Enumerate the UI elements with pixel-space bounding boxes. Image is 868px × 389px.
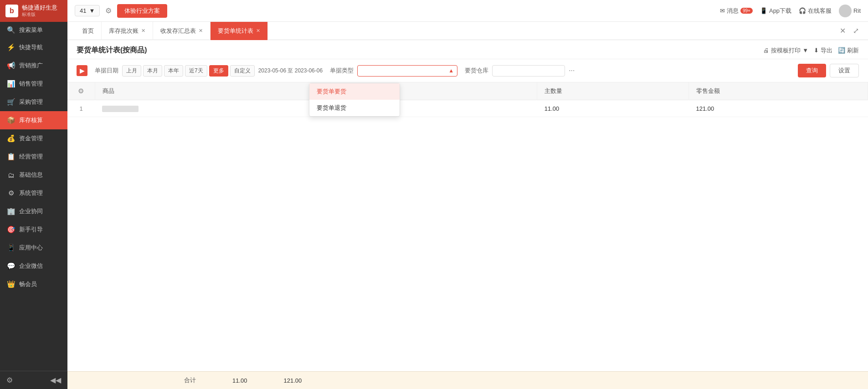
store-value: 41 bbox=[80, 7, 86, 14]
sidebar: b 畅捷通好生意 标准版 🔍 搜索菜单 ⚡ 快捷导航 📢 营销推广 📊 销售管理… bbox=[0, 0, 67, 389]
total-quantity: 11.00 bbox=[232, 377, 247, 384]
page-header: 要货单统计表(按商品) 🖨 按模板打印 ▼ ⬇ 导出 🔄 刷新 bbox=[67, 40, 868, 59]
this-year-btn[interactable]: 本年 bbox=[164, 65, 183, 77]
col-product: 商品 bbox=[95, 82, 331, 100]
settings-footer-icon[interactable]: ⚙ bbox=[6, 376, 13, 384]
filter-actions: 查询 设置 bbox=[798, 64, 859, 77]
dropdown-option-return[interactable]: 要货单退货 bbox=[309, 100, 400, 116]
type-input-wrapper: ▲ bbox=[357, 65, 457, 77]
sales-icon: 📊 bbox=[6, 79, 15, 88]
dropdown-option-purchase[interactable]: 要货单要货 bbox=[309, 83, 400, 100]
this-month-btn[interactable]: 本月 bbox=[143, 65, 162, 77]
app-name: 畅捷通好生意 bbox=[22, 4, 57, 12]
app-download-label: App下载 bbox=[769, 7, 791, 15]
date-filter-label: 单据日期 bbox=[95, 67, 118, 75]
cell-quantity: 11.00 bbox=[537, 100, 689, 117]
filter-expand-btn[interactable]: ▶ bbox=[77, 65, 87, 76]
sidebar-item-purchase[interactable]: 🛒 采购管理 bbox=[0, 93, 67, 111]
search-icon: 🔍 bbox=[6, 26, 15, 35]
sidebar-item-member[interactable]: 👑 畅会员 bbox=[0, 275, 67, 293]
sidebar-logo: b 畅捷通好生意 标准版 bbox=[0, 0, 67, 22]
tab-expand-icon[interactable]: ⤢ bbox=[851, 25, 861, 37]
product-placeholder bbox=[102, 106, 139, 112]
user-profile[interactable]: Rit bbox=[839, 5, 861, 17]
tab-receivable-summary-close[interactable]: ✕ bbox=[199, 28, 203, 34]
more-btn[interactable]: 更多 bbox=[209, 65, 228, 77]
sidebar-item-label: 企业微信 bbox=[19, 262, 43, 270]
topbar-right: ✉ 消息 99+ 📱 App下载 🎧 在线客服 Rit bbox=[720, 5, 861, 17]
warehouse-filter-input[interactable] bbox=[492, 65, 565, 77]
print-action[interactable]: 🖨 按模板打印 ▼ bbox=[763, 46, 808, 55]
export-label: 导出 bbox=[821, 46, 832, 55]
cell-amount: 121.00 bbox=[689, 100, 868, 117]
sidebar-item-system[interactable]: ⚙ 系统管理 bbox=[0, 184, 67, 202]
col-seq: ⚙ bbox=[67, 82, 95, 100]
tab-order-summary-close[interactable]: ✕ bbox=[256, 28, 260, 34]
type-filter-input[interactable] bbox=[357, 65, 457, 77]
marketing-icon: 📢 bbox=[6, 61, 15, 70]
tab-inventory-batch[interactable]: 库存批次账 ✕ bbox=[102, 22, 153, 40]
sidebar-item-label: 销售管理 bbox=[19, 80, 43, 88]
collapse-icon[interactable]: ◀◀ bbox=[50, 376, 61, 384]
sidebar-item-finance[interactable]: 💰 资金管理 bbox=[0, 129, 67, 148]
refresh-action[interactable]: 🔄 刷新 bbox=[838, 46, 859, 55]
query-btn[interactable]: 查询 bbox=[798, 64, 826, 77]
table-settings-icon[interactable]: ⚙ bbox=[78, 87, 84, 95]
settings-btn[interactable]: 设置 bbox=[830, 64, 859, 77]
sidebar-item-guide[interactable]: 🎯 新手引导 bbox=[0, 220, 67, 239]
store-selector[interactable]: 41 ▼ bbox=[75, 5, 100, 16]
online-service-label: 在线客服 bbox=[808, 7, 832, 15]
tab-receivable-summary[interactable]: 收发存汇总表 ✕ bbox=[153, 22, 211, 40]
page-header-actions: 🖨 按模板打印 ▼ ⬇ 导出 🔄 刷新 bbox=[763, 46, 859, 55]
sidebar-item-label: 经营管理 bbox=[19, 153, 43, 161]
quick-nav-icon: ⚡ bbox=[6, 43, 15, 52]
sidebar-item-marketing[interactable]: 📢 营销推广 bbox=[0, 56, 67, 75]
tab-home[interactable]: 首页 bbox=[75, 22, 102, 40]
cell-product bbox=[95, 100, 331, 117]
sidebar-item-basic[interactable]: 🗂 基础信息 bbox=[0, 166, 67, 184]
messages-btn[interactable]: ✉ 消息 99+ bbox=[720, 7, 753, 15]
refresh-label: 刷新 bbox=[847, 46, 859, 55]
sidebar-item-label: 搜索菜单 bbox=[19, 26, 43, 34]
print-chevron: ▼ bbox=[802, 47, 808, 54]
app-version: 标准版 bbox=[22, 11, 57, 18]
tab-receivable-summary-label: 收发存汇总表 bbox=[160, 27, 196, 35]
last7days-btn[interactable]: 近7天 bbox=[185, 65, 207, 77]
tabbar: 首页 库存批次账 ✕ 收发存汇总表 ✕ 要货单统计表 ✕ ✕ ⤢ bbox=[67, 22, 868, 40]
sidebar-item-wechat[interactable]: 💬 企业微信 bbox=[0, 257, 67, 275]
sidebar-item-quick-nav[interactable]: ⚡ 快捷导航 bbox=[0, 38, 67, 56]
topbar-left: 41 ▼ ⚙ 体验行业方案 bbox=[75, 4, 167, 18]
last-month-btn[interactable]: 上月 bbox=[122, 65, 141, 77]
messages-label: 消息 bbox=[727, 7, 739, 15]
sidebar-footer: ⚙ ◀◀ bbox=[0, 371, 67, 389]
custom-btn[interactable]: 自定义 bbox=[230, 65, 255, 77]
filter-more-icon[interactable]: ··· bbox=[569, 67, 575, 75]
tab-inventory-batch-close[interactable]: ✕ bbox=[141, 28, 145, 34]
sidebar-item-enterprise[interactable]: 🏢 企业协同 bbox=[0, 202, 67, 220]
total-amount: 121.00 bbox=[284, 377, 302, 384]
export-action[interactable]: ⬇ 导出 bbox=[814, 46, 832, 55]
col-quantity: 主数量 bbox=[537, 82, 689, 100]
sidebar-item-label: 营销推广 bbox=[19, 61, 43, 70]
trial-btn[interactable]: 体验行业方案 bbox=[117, 4, 167, 18]
sidebar-item-search[interactable]: 🔍 搜索菜单 bbox=[0, 22, 67, 38]
basic-icon: 🗂 bbox=[6, 170, 15, 179]
export-icon: ⬇ bbox=[814, 47, 819, 54]
tab-order-summary[interactable]: 要货单统计表 ✕ bbox=[211, 22, 268, 40]
online-service-btn[interactable]: 🎧 在线客服 bbox=[799, 7, 832, 15]
topbar-gear-icon[interactable]: ⚙ bbox=[105, 6, 112, 15]
tab-close-all-icon[interactable]: ✕ bbox=[838, 25, 847, 37]
inventory-icon: 📦 bbox=[6, 116, 15, 125]
sidebar-item-label: 应用中心 bbox=[19, 244, 43, 252]
sidebar-item-label: 快捷导航 bbox=[19, 43, 43, 51]
filter-bar: ▶ 单据日期 上月 本月 本年 近7天 更多 自定义 2023-05-06 至 … bbox=[67, 59, 868, 82]
member-icon: 👑 bbox=[6, 280, 15, 289]
date-range-display: 2023-05-06 至 2023-06-06 bbox=[258, 67, 323, 75]
topbar: 41 ▼ ⚙ 体验行业方案 ✉ 消息 99+ 📱 App下载 🎧 在线客服 R bbox=[67, 0, 868, 22]
app-download-btn[interactable]: 📱 App下载 bbox=[760, 7, 791, 15]
table-header-row: ⚙ 商品 主计量单位 主数量 零售金额 bbox=[67, 82, 868, 100]
sidebar-item-operation[interactable]: 📋 经营管理 bbox=[0, 148, 67, 166]
sidebar-item-app-center[interactable]: 📱 应用中心 bbox=[0, 239, 67, 257]
sidebar-item-inventory[interactable]: 📦 库存核算 bbox=[0, 111, 67, 129]
sidebar-item-sales[interactable]: 📊 销售管理 bbox=[0, 75, 67, 93]
